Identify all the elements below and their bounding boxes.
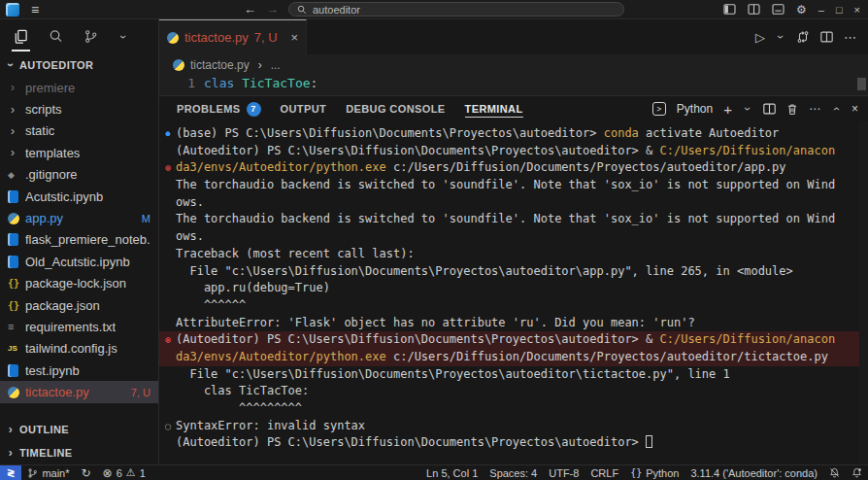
terminal-line: (Autoeditor) PS C:\Users\Diffusion\Docum… (159, 434, 868, 452)
split-terminal-icon[interactable] (763, 103, 776, 115)
breadcrumb-file[interactable]: tictactoe.py (190, 58, 250, 72)
tab-tictactoe[interactable]: tictactoe.py 7, U × (159, 19, 307, 54)
cursor-position[interactable]: Ln 5, Col 1 (420, 465, 484, 480)
breadcrumb[interactable]: tictactoe.py › ... (159, 54, 868, 76)
gitignore-icon: ◆ (8, 170, 15, 180)
forward-icon[interactable]: → (266, 2, 279, 17)
editor-more-actions-icon[interactable]: ⋯ (844, 30, 856, 45)
file-tailwind.config.js[interactable]: JStailwind.config.js (0, 338, 158, 360)
terminal-line: ⊗(Autoeditor) PS C:\Users\Diffusion\Docu… (159, 331, 868, 349)
item-label: templates (25, 146, 80, 160)
outline-chevron-icon: › (6, 423, 16, 436)
file-.gitignore[interactable]: ◆.gitignore (0, 164, 158, 186)
folder-templates[interactable]: ›templates (0, 142, 158, 163)
split-layout-icon[interactable] (748, 4, 760, 15)
close-panel-icon[interactable]: × (851, 102, 858, 116)
folder-premiere[interactable]: ›premiere (0, 77, 158, 98)
terminal-line: da3/envs/Autoeditor/python.exe c:/Users/… (159, 349, 868, 366)
kill-terminal-icon[interactable] (786, 103, 798, 116)
error-count: 6 (117, 467, 122, 479)
file-tictactoe.py[interactable]: tictactoe.py7, U (0, 381, 158, 402)
folder-static[interactable]: ›static (0, 120, 158, 142)
problems-item[interactable]: ⊗ 6 ⚠ 1 (97, 465, 151, 480)
maximize-panel-icon[interactable]: › (829, 104, 843, 114)
terminal-line: AttributeError: 'Flask' object has no at… (159, 315, 868, 332)
sync-item[interactable]: ↻ (76, 465, 97, 480)
new-terminal-button[interactable]: + (723, 101, 732, 118)
maximize-button[interactable]: □ (836, 4, 843, 16)
file-Acutstic.ipynb[interactable]: Acutstic.ipynb (0, 186, 158, 207)
file-app.py[interactable]: app.pyM (0, 207, 158, 228)
panel-tab-label: PROBLEMS (177, 103, 241, 115)
file-flask-premiere-noteb...[interactable]: flask_premiere_noteb... (0, 229, 158, 251)
terminal-scrollbar[interactable] (859, 121, 868, 464)
breadcrumb-more[interactable]: ... (271, 58, 281, 72)
explorer-icon[interactable] (14, 29, 28, 44)
back-icon[interactable]: ← (244, 2, 256, 17)
editor-scrollbar[interactable] (857, 78, 866, 90)
minimize-button[interactable]: – (818, 4, 824, 16)
do-not-disturb-icon[interactable] (823, 465, 846, 480)
file-Old-Acutstic.ipynb[interactable]: Old_Acutstic.ipynb (0, 251, 158, 272)
folder-chevron-icon: › (8, 146, 17, 159)
notebook-icon (8, 233, 18, 246)
file-tree: ›premiere›scripts›static›templates◆.giti… (0, 77, 158, 403)
panel-tab-terminal[interactable]: TERMINAL (457, 96, 531, 121)
folder-scripts[interactable]: ›scripts (0, 98, 158, 120)
run-button[interactable]: ▷ (755, 30, 765, 45)
notifications-bell-icon[interactable] (846, 465, 868, 480)
terminal[interactable]: ●(base) PS C:\Users\Diffusion\Documents\… (159, 121, 868, 464)
remote-indicator[interactable]: ≷ (0, 465, 21, 480)
terminal-dropdown-icon[interactable]: › (741, 104, 754, 114)
terminal-line: clas TicTacToe: (159, 383, 868, 400)
panel-tab-label: DEBUG CONSOLE (346, 103, 445, 115)
panel-tab-output[interactable]: OUTPUT (273, 96, 335, 121)
tab-close-icon[interactable]: × (290, 30, 298, 45)
python-interpreter[interactable]: 3.11.4 ('Autoeditor': conda) (684, 465, 823, 480)
run-dropdown-icon[interactable]: › (774, 32, 787, 42)
settings-gear-icon[interactable]: ⚙ (796, 4, 807, 16)
terminal-shell-icon: > (652, 102, 666, 116)
source-control-icon[interactable] (83, 29, 98, 44)
terminal-line: ows. (159, 194, 868, 212)
outline-section[interactable]: › OUTLINE (0, 418, 158, 441)
git-status-badge: 7, U (127, 387, 150, 398)
compare-changes-icon[interactable] (796, 30, 810, 44)
indentation[interactable]: Spaces: 4 (484, 465, 543, 480)
git-branch-item[interactable]: main* (21, 465, 75, 480)
toggle-sidebar-icon[interactable] (723, 4, 736, 15)
notebook-icon (8, 256, 18, 268)
terminal-line: Traceback (most recent call last): (159, 246, 868, 263)
item-label: premiere (25, 81, 75, 95)
error-icon: ⊗ (103, 467, 113, 479)
panel-more-actions-icon[interactable]: ⋯ (809, 102, 820, 116)
eol-sequence[interactable]: CRLF (584, 465, 624, 480)
tab-label: tictactoe.py (184, 30, 249, 45)
search-view-icon[interactable] (49, 29, 63, 44)
file-package-lock.json[interactable]: {}package-lock.json (0, 273, 158, 294)
close-window-button[interactable]: × (854, 4, 860, 16)
more-views-chevron-icon[interactable]: › (118, 30, 128, 44)
language-mode[interactable]: {} Python (624, 465, 684, 480)
file-test.ipynb[interactable]: test.ipynb (0, 360, 158, 381)
command-marker-icon: ○ (162, 418, 174, 435)
vscode-logo (6, 3, 19, 17)
editor-code-area[interactable]: 1 clas TicTacToe: (159, 76, 868, 95)
command-error-icon: ⊗ (162, 159, 174, 177)
timeline-section[interactable]: › TIMELINE (0, 441, 158, 464)
panel-tab-debug-console[interactable]: DEBUG CONSOLE (338, 96, 452, 121)
encoding[interactable]: UTF-8 (543, 465, 584, 480)
command-center-search[interactable]: autoeditor (288, 2, 624, 17)
search-icon (297, 5, 307, 15)
file-requirements.txt[interactable]: ≡requirements.txt (0, 316, 158, 337)
split-editor-icon[interactable] (820, 31, 833, 43)
problems-count-badge: 7 (247, 102, 261, 117)
panel-tab-problems[interactable]: PROBLEMS7 (169, 96, 269, 121)
python-icon (8, 387, 19, 398)
sync-icon: ↻ (82, 467, 91, 479)
file-package.json[interactable]: {}package.json (0, 294, 158, 316)
menu-icon[interactable]: ≡ (31, 3, 39, 17)
explorer-section-header[interactable]: › AUTOEDITOR (0, 53, 158, 77)
terminal-line: ^^^^^^ (159, 297, 868, 315)
toggle-panel-icon[interactable] (772, 4, 785, 15)
